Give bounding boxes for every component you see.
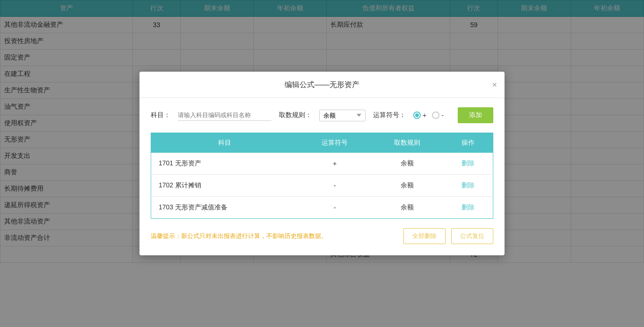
modal-footer: 温馨提示：新公式只对未出报表进行计算，不影响历史报表数据。 全部删除 公式复位 <box>139 219 505 244</box>
operator-label: 运算符号： <box>373 111 406 119</box>
modal-header: 编辑公式——无形资产 × <box>139 72 505 98</box>
formula-subject: 1702 累计摊销 <box>151 175 299 197</box>
modal-title: 编辑公式——无形资产 <box>285 80 359 90</box>
edit-formula-modal: 编辑公式——无形资产 × 科目： 取数规则： 余额借方发生额贷方发生额 运算符号… <box>139 72 505 255</box>
modal-overlay: 编辑公式——无形资产 × 科目： 取数规则： 余额借方发生额贷方发生额 运算符号… <box>0 0 644 327</box>
modal-close-button[interactable]: × <box>492 81 497 89</box>
formula-col-header: 科目 <box>151 133 299 153</box>
formula-col-header: 操作 <box>443 133 493 153</box>
formula-action: 删除 <box>443 175 493 197</box>
formula-action: 删除 <box>443 197 493 219</box>
formula-rule: 余额 <box>371 153 444 175</box>
radio-plus-circle <box>413 111 421 119</box>
operator-radio-group: + - <box>413 111 444 119</box>
formula-operator: - <box>299 175 371 197</box>
radio-plus[interactable]: + <box>413 111 426 119</box>
footer-buttons: 全部删除 公式复位 <box>403 228 493 244</box>
formula-row: 1701 无形资产+余额删除 <box>151 153 493 175</box>
formula-subject: 1701 无形资产 <box>151 153 299 175</box>
reset-formula-button[interactable]: 公式复位 <box>451 228 493 244</box>
radio-minus-label: - <box>441 111 444 119</box>
formula-table: 科目运算符号取数规则操作 1701 无形资产+余额删除1702 累计摊销-余额删… <box>151 133 493 219</box>
formula-subject: 1703 无形资产减值准备 <box>151 197 299 219</box>
formula-rule: 余额 <box>371 175 444 197</box>
radio-minus[interactable]: - <box>432 111 444 119</box>
delete-row-link[interactable]: 删除 <box>461 181 475 189</box>
formula-operator: + <box>299 153 371 175</box>
data-table-wrap: 科目运算符号取数规则操作 1701 无形资产+余额删除1702 累计摊销-余额删… <box>139 133 505 219</box>
formula-col-header: 运算符号 <box>299 133 371 153</box>
rule-select-wrap: 余额借方发生额贷方发生额 <box>319 110 366 121</box>
formula-rule: 余额 <box>371 197 444 219</box>
tip-text: 温馨提示：新公式只对未出报表进行计算，不影响历史报表数据。 <box>151 232 327 240</box>
delete-all-button[interactable]: 全部删除 <box>403 228 446 244</box>
subject-input[interactable] <box>178 110 271 121</box>
delete-row-link[interactable]: 删除 <box>461 203 475 211</box>
subject-label: 科目： <box>151 111 170 119</box>
form-row: 科目： 取数规则： 余额借方发生额贷方发生额 运算符号： + - 添加 <box>139 98 505 133</box>
rule-select[interactable]: 余额借方发生额贷方发生额 <box>319 110 366 121</box>
formula-col-header: 取数规则 <box>371 133 444 153</box>
formula-row: 1703 无形资产减值准备-余额删除 <box>151 197 493 219</box>
radio-minus-circle <box>432 111 439 119</box>
formula-action: 删除 <box>443 153 493 175</box>
formula-row: 1702 累计摊销-余额删除 <box>151 175 493 197</box>
formula-operator: - <box>299 197 371 219</box>
radio-plus-label: + <box>423 111 426 119</box>
delete-row-link[interactable]: 删除 <box>461 159 475 167</box>
add-button[interactable]: 添加 <box>458 107 493 123</box>
rule-label: 取数规则： <box>279 111 312 119</box>
